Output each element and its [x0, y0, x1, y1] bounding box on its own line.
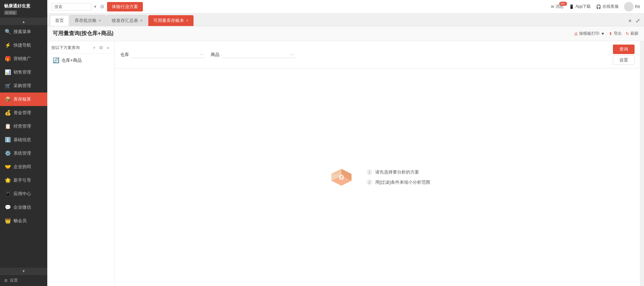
marketing-icon: 🎁 — [5, 56, 11, 62]
scheme-settings-icon[interactable]: ⚙ — [98, 45, 104, 51]
sidebar-item-label: 经营管理 — [14, 123, 31, 129]
sidebar-item-label: 系统管理 — [14, 150, 31, 156]
sidebar-footer[interactable]: ⚙ 设置 — [0, 275, 47, 286]
filter-settings-button[interactable]: 设置 — [613, 55, 635, 65]
user-name: Rit — [635, 4, 640, 9]
product-input[interactable] — [222, 52, 289, 57]
sidebar-item-collab[interactable]: 🤝 企业协同 — [0, 160, 47, 174]
query-button[interactable]: 查询 — [613, 45, 635, 54]
sidebar-item-marketing[interactable]: 🎁 营销推广 — [0, 52, 47, 66]
tab-batch[interactable]: 库存批次账× — [70, 15, 106, 26]
sidebar-item-wechat[interactable]: 💬 企业微信 — [0, 201, 47, 214]
tabs-bar: 首页库存批次账×收发存汇总表×可用量库存账本× × ⤢ — [47, 14, 644, 26]
filter-bar: 仓库 ··· 商品 ··· 查询 设置 — [115, 41, 640, 69]
sidebar-item-label: 营销推广 — [14, 56, 31, 62]
warehouse-more-icon[interactable]: ··· — [199, 52, 205, 57]
app-download-button[interactable]: 📱 App下载 — [569, 4, 591, 9]
topbar: ▼ ⚙ 体验行业方案 ✉ 消息 99+ 📱 App下载 🎧 在线客服 Rit — [47, 0, 644, 14]
tab-available[interactable]: 可用量库存账本× — [148, 15, 194, 26]
search-icon: 🔍 — [5, 29, 11, 35]
add-scheme-button[interactable]: + — [92, 45, 97, 51]
sidebar-brand[interactable]: 畅康通好生意 标准版 — [0, 0, 47, 18]
online-service-button[interactable]: 🎧 在线客服 — [596, 4, 619, 9]
tab-label: 库存批次账 — [75, 18, 97, 24]
sidebar-item-inventory[interactable]: 📦 库存核算 — [0, 93, 47, 106]
sidebar-item-operations[interactable]: 📋 经营管理 — [0, 120, 47, 133]
tab-close-icon[interactable]: × — [186, 18, 188, 23]
page-header: 可用量查询(按仓库+商品) 🖨 按模板打印 ▼ ⬆ 导出 ↻ 刷新 — [47, 26, 644, 41]
system-icon: ⚙️ — [5, 150, 11, 156]
sidebar-item-label: 新手引导 — [14, 177, 31, 183]
refresh-icon: ↻ — [626, 31, 629, 36]
scheme-warehouse-product[interactable]: 🔄 仓库+商品 — [47, 54, 114, 67]
warehouse-input[interactable] — [131, 52, 199, 57]
gear-icon[interactable]: ⚙ — [100, 4, 104, 10]
export-action[interactable]: ⬆ 导出 — [609, 31, 622, 36]
headset-icon: 🎧 — [596, 4, 601, 9]
warehouse-label: 仓库 — [120, 52, 129, 58]
collapse-panel-icon[interactable]: « — [106, 45, 110, 51]
message-badge: 99+ — [559, 2, 567, 6]
online-service-label: 在线客服 — [602, 4, 619, 9]
message-button[interactable]: ✉ 消息 99+ — [551, 4, 564, 9]
sidebar-scroll-up[interactable]: ▲ — [0, 18, 47, 25]
sidebar-item-system[interactable]: ⚙️ 系统管理 — [0, 147, 47, 160]
sidebar-item-sales[interactable]: 📊 销售管理 — [0, 66, 47, 79]
search-input[interactable] — [51, 3, 92, 10]
refresh-action[interactable]: ↻ 刷新 — [626, 31, 639, 36]
tab-label: 可用量库存账本 — [153, 18, 184, 24]
sidebar-item-apps[interactable]: 📱 应用中心 — [0, 187, 47, 201]
sidebar-item-finance[interactable]: 💰 资金管理 — [0, 106, 47, 120]
sidebar-item-label: 库存核算 — [14, 96, 31, 102]
sidebar-item-member[interactable]: 👑 畅会员 — [0, 214, 47, 228]
guide-icon: 🌟 — [5, 177, 11, 183]
sidebar-item-label: 企业协同 — [14, 164, 31, 170]
sidebar-item-search[interactable]: 🔍 搜索菜单 — [0, 25, 47, 38]
sidebar-item-label: 应用中心 — [14, 191, 31, 197]
chevron-down-icon[interactable]: ▼ — [93, 4, 97, 9]
member-icon: 👑 — [5, 218, 11, 224]
app-download-label: App下载 — [575, 4, 591, 9]
industry-solution-button[interactable]: 体验行业方案 — [107, 2, 143, 11]
inventory-icon: 📦 — [5, 96, 11, 102]
sales-icon: 📊 — [5, 69, 11, 75]
sidebar-scroll-down[interactable]: ▼ — [0, 268, 47, 275]
sidebar-item-label: 快捷导航 — [14, 42, 31, 48]
warehouse-product-icon: 🔄 — [53, 57, 59, 63]
settings-icon: ⚙ — [4, 278, 8, 283]
print-icon: 🖨 — [574, 31, 578, 36]
tab-close-icon[interactable]: × — [99, 18, 101, 23]
product-input-wrap: ··· — [222, 52, 296, 58]
page-header-actions: 🖨 按模板打印 ▼ ⬆ 导出 ↻ 刷新 — [574, 31, 639, 36]
user-avatar[interactable]: Rit — [624, 2, 640, 11]
avatar — [624, 2, 634, 11]
export-label: 导出 — [614, 31, 622, 36]
tabs-right-buttons: × ⤢ — [627, 17, 641, 26]
sidebar-item-guide[interactable]: 🌟 新手引导 — [0, 174, 47, 187]
product-filter: 商品 ··· — [211, 52, 296, 58]
tab-close-icon[interactable]: × — [140, 18, 143, 23]
print-action[interactable]: 🖨 按模板打印 ▼ — [574, 31, 605, 36]
tab-home[interactable]: 首页 — [50, 15, 69, 26]
tab-summary[interactable]: 收发存汇总表× — [107, 15, 148, 26]
sidebar: 畅康通好生意 标准版 ▲ 🔍 搜索菜单⚡ 快捷导航🎁 营销推广📊 销售管理🛒 采… — [0, 0, 47, 286]
left-panel-header-label: 按以下方案查询 — [51, 45, 80, 51]
sidebar-item-purchase[interactable]: 🛒 采购管理 — [0, 79, 47, 93]
collab-icon: 🤝 — [5, 164, 11, 170]
product-more-icon[interactable]: ··· — [289, 52, 296, 57]
sidebar-footer-label: 设置 — [10, 278, 18, 283]
main-area: ▼ ⚙ 体验行业方案 ✉ 消息 99+ 📱 App下载 🎧 在线客服 Rit — [47, 0, 644, 286]
close-window-icon[interactable]: × — [627, 17, 633, 25]
sidebar-item-label: 资金管理 — [14, 110, 31, 116]
print-chevron-icon: ▼ — [601, 31, 605, 36]
expand-window-icon[interactable]: ⤢ — [634, 17, 641, 25]
warehouse-filter: 仓库 ··· — [120, 52, 205, 58]
sidebar-nav: 🔍 搜索菜单⚡ 快捷导航🎁 营销推广📊 销售管理🛒 采购管理📦 库存核算💰 资金… — [0, 25, 47, 268]
sidebar-item-label: 销售管理 — [14, 69, 31, 75]
tab-label: 收发存汇总表 — [112, 18, 138, 24]
sidebar-item-label: 畅会员 — [14, 218, 27, 224]
brand-tag: 标准版 — [4, 10, 17, 15]
sidebar-item-basic[interactable]: ℹ️ 基础信息 — [0, 133, 47, 147]
hint-1-text: 请先选择要分析的方案 — [375, 169, 419, 175]
sidebar-item-shortcut[interactable]: ⚡ 快捷导航 — [0, 38, 47, 52]
